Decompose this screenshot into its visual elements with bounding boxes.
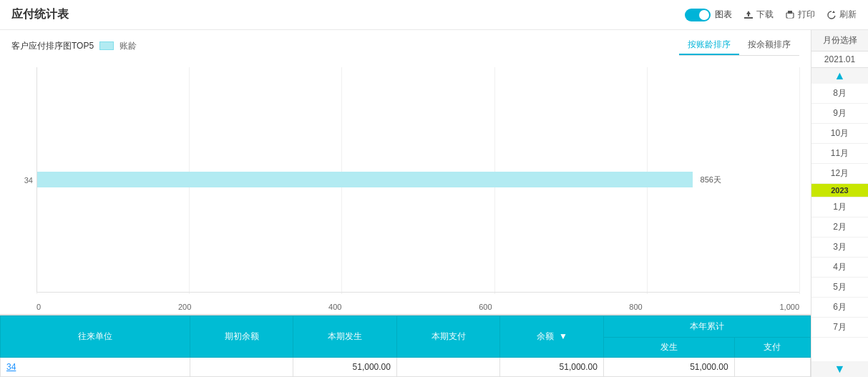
refresh-label: 刷新 bbox=[839, 9, 857, 21]
chart-inner: 856天 bbox=[36, 67, 799, 293]
main-content: 客户应付排序图TOP5 账龄 按账龄排序 按余额排序 34 bbox=[0, 30, 868, 377]
page-title: 应付统计表 bbox=[11, 7, 69, 22]
sort-tab-age[interactable]: 按账龄排序 bbox=[679, 36, 739, 55]
y-label: 34 bbox=[11, 176, 33, 185]
sidebar-month-5[interactable]: 5月 bbox=[811, 278, 868, 298]
chart-header: 客户应付排序图TOP5 账龄 按账龄排序 按余额排序 bbox=[0, 30, 811, 62]
sidebar-month-11[interactable]: 11月 bbox=[811, 144, 868, 164]
data-table: 往来单位 期初余额 本期发生 本期支付 余额 ▼ 本年累计 bbox=[0, 315, 811, 377]
sidebar-year: 2021.01 bbox=[811, 52, 868, 68]
x-labels: 0 200 400 600 800 1,000 bbox=[36, 303, 799, 314]
svg-rect-0 bbox=[744, 17, 753, 19]
sidebar-month-10[interactable]: 10月 bbox=[811, 124, 868, 144]
chart-toggle[interactable] bbox=[685, 9, 711, 21]
sidebar-month-12[interactable]: 12月 bbox=[811, 164, 868, 184]
print-icon bbox=[785, 10, 795, 20]
refresh-icon bbox=[826, 10, 837, 20]
td-qichu bbox=[190, 358, 293, 377]
svg-rect-3 bbox=[788, 11, 792, 14]
chart-area: 34 856天 bbox=[11, 67, 799, 314]
svg-marker-1 bbox=[746, 11, 751, 16]
x-label-0: 0 bbox=[36, 303, 41, 311]
sidebar-month-3[interactable]: 3月 bbox=[811, 238, 868, 258]
chevron-up-icon: ▲ bbox=[834, 70, 846, 82]
y-axis: 34 bbox=[11, 67, 33, 293]
header-actions: 图表 下载 打印 刷新 bbox=[685, 9, 857, 21]
th-unit: 往来单位 bbox=[1, 316, 190, 358]
th-qichu: 期初余额 bbox=[190, 316, 293, 358]
sidebar-month-1[interactable]: 1月 bbox=[811, 197, 868, 217]
table-wrap: 往来单位 期初余额 本期发生 本期支付 余额 ▼ 本年累计 bbox=[0, 315, 811, 377]
download-label: 下载 bbox=[756, 9, 774, 21]
download-button[interactable]: 下载 bbox=[743, 9, 774, 21]
refresh-button[interactable]: 刷新 bbox=[826, 9, 857, 21]
sidebar-down-button[interactable]: ▼ bbox=[811, 361, 868, 377]
app-container: 应付统计表 图表 下载 打印 刷新 bbox=[0, 0, 868, 377]
sidebar-up-button[interactable]: ▲ bbox=[811, 68, 868, 84]
legend-label: 账龄 bbox=[120, 40, 137, 52]
sidebar-month-2[interactable]: 2月 bbox=[811, 217, 868, 238]
td-yue: 51,000.00 bbox=[500, 358, 604, 377]
td-unit[interactable]: 34 bbox=[1, 358, 190, 377]
sort-icon[interactable]: ▼ bbox=[559, 331, 567, 341]
bar: 856天 bbox=[37, 172, 693, 187]
sidebar-month-9[interactable]: 9月 bbox=[811, 104, 868, 124]
chart-section: 客户应付排序图TOP5 账龄 按账龄排序 按余额排序 34 bbox=[0, 30, 811, 377]
bar-value: 856天 bbox=[701, 175, 721, 185]
td-benzhifu bbox=[396, 358, 500, 377]
sidebar-month-7[interactable]: 7月 bbox=[811, 318, 868, 338]
x-label-400: 400 bbox=[328, 303, 341, 311]
sort-tab-balance[interactable]: 按余额排序 bbox=[739, 36, 799, 55]
sort-tabs: 按账龄排序 按余额排序 bbox=[679, 36, 799, 56]
download-icon bbox=[743, 10, 754, 20]
header: 应付统计表 图表 下载 打印 刷新 bbox=[0, 0, 868, 30]
chart-toggle-wrap: 图表 bbox=[685, 9, 732, 21]
th-benfasheng: 本期发生 bbox=[293, 316, 397, 358]
chevron-down-icon: ▼ bbox=[834, 363, 846, 375]
grid-line-5 bbox=[799, 67, 800, 294]
td-nian-fasheng: 51,000.00 bbox=[603, 358, 734, 377]
sidebar-scroll: 8月 9月 10月 11月 12月 2023 1月 2月 3月 4月 5月 6月… bbox=[811, 84, 868, 361]
th-nianlei: 本年累计 bbox=[603, 316, 810, 338]
print-label: 打印 bbox=[798, 9, 815, 21]
sidebar: 月份选择 2021.01 ▲ 8月 9月 10月 11月 12月 2023 1月… bbox=[811, 30, 868, 377]
bar-container: 856天 bbox=[37, 170, 799, 190]
x-label-800: 800 bbox=[629, 303, 642, 311]
th-yue: 余额 ▼ bbox=[500, 316, 604, 358]
legend-box bbox=[99, 41, 114, 50]
td-benfasheng: 51,000.00 bbox=[293, 358, 397, 377]
x-label-600: 600 bbox=[479, 303, 492, 311]
td-nian-zhifu bbox=[734, 358, 810, 377]
sidebar-month-4[interactable]: 4月 bbox=[811, 258, 868, 278]
table-row: 34 51,000.00 51,000.00 51,000.00 bbox=[1, 358, 811, 377]
x-axis: 0 200 400 600 800 1,000 bbox=[36, 294, 799, 314]
th-nian-fasheng: 发生 bbox=[603, 338, 734, 358]
sidebar-month-6[interactable]: 6月 bbox=[811, 298, 868, 318]
x-label-200: 200 bbox=[178, 303, 191, 311]
svg-marker-5 bbox=[832, 11, 835, 13]
th-benzhifu: 本期支付 bbox=[396, 316, 500, 358]
sidebar-year-marker: 2023 bbox=[811, 184, 868, 197]
chart-wrap: 34 856天 bbox=[0, 62, 811, 314]
toggle-label: 图表 bbox=[715, 9, 732, 21]
th-nian-zhifu: 支付 bbox=[734, 338, 810, 358]
chart-legend: 客户应付排序图TOP5 账龄 bbox=[11, 40, 137, 52]
svg-rect-4 bbox=[788, 16, 792, 18]
x-label-1000: 1,000 bbox=[779, 303, 799, 311]
print-button[interactable]: 打印 bbox=[785, 9, 815, 21]
sidebar-month-8[interactable]: 8月 bbox=[811, 84, 868, 104]
chart-title-label: 客户应付排序图TOP5 bbox=[11, 40, 94, 52]
table-section: 往来单位 期初余额 本期发生 本期支付 余额 ▼ 本年累计 bbox=[0, 314, 811, 377]
sidebar-header: 月份选择 bbox=[811, 30, 868, 52]
